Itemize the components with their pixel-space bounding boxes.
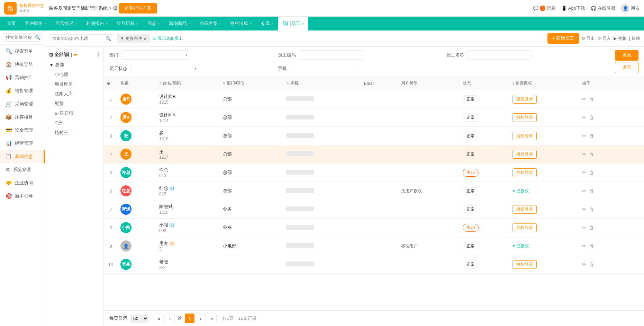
edit-btn[interactable]: ✏ [582, 188, 586, 194]
nav-tab-商品[interactable]: 商品× [143, 17, 164, 30]
sidebar-item-经营管理[interactable]: 📊经营管理 [0, 137, 45, 150]
sidebar-item-快捷导航[interactable]: 🏠快捷导航 [0, 58, 45, 71]
edit-btn[interactable]: ✏ [582, 170, 586, 175]
auth-login-btn[interactable]: 授权登录 [513, 113, 537, 122]
tab-close-icon[interactable]: × [75, 21, 77, 26]
edit-btn[interactable]: ✏ [582, 243, 586, 249]
dept-node-配货[interactable]: 配货 [45, 99, 103, 108]
dept-node-小电部[interactable]: 小电部 [45, 70, 103, 79]
dept-edit-icon[interactable]: ✏ [74, 52, 78, 58]
auth-login-btn[interactable]: 授权登录 [513, 260, 537, 269]
dept-node-植树王二[interactable]: 植树王二 [45, 128, 103, 138]
last-page-btn[interactable]: » [207, 314, 217, 323]
search-input[interactable] [52, 36, 104, 41]
nav-tab-利润报告[interactable]: 利润报告× [82, 17, 112, 30]
sort-icon-dept[interactable]: ⇅ [223, 81, 226, 85]
more-filter-btn[interactable]: ▼ 更多条件 ∧ [117, 34, 150, 43]
delete-btn[interactable]: 🗑 [589, 188, 594, 194]
edit-btn[interactable]: ✏ [582, 262, 586, 267]
sidebar-item-基础信息[interactable]: 📋基础信息 [0, 150, 45, 163]
emp-status-select[interactable] [130, 64, 199, 73]
edit-btn[interactable]: ✏ [582, 133, 586, 139]
sidebar-item-新手引导[interactable]: 🎯新手引导 [0, 190, 45, 203]
tab-close-icon[interactable]: × [136, 21, 138, 26]
auth-login-btn[interactable]: 授权登录 [513, 95, 537, 104]
gear-button[interactable]: ⚙ [113, 5, 118, 11]
auth-login-btn[interactable]: 授权登录 [513, 150, 537, 159]
sidebar-item-系统管理[interactable]: ⚙系统管理 [0, 163, 45, 176]
delete-btn[interactable]: 🗑 [589, 115, 594, 120]
query-button[interactable]: 查询 [615, 50, 638, 61]
dept-node-总部[interactable]: 总部 [45, 118, 103, 128]
sidebar-item-销售管理[interactable]: 💰销售管理 [0, 84, 45, 97]
tab-close-icon[interactable]: × [302, 21, 304, 26]
sort-icon-name[interactable]: ⇅ [159, 81, 162, 85]
tab-close-icon[interactable]: × [158, 21, 160, 26]
dept-select[interactable] [121, 50, 190, 60]
user-btn[interactable]: 👤 用友 [621, 4, 640, 12]
online-service-btn[interactable]: 🎧 在线客服 [591, 5, 616, 11]
set-button[interactable]: 设置 [615, 62, 638, 73]
export-button[interactable]: ↻ 导出 [582, 36, 595, 42]
message-btn[interactable]: 💬 5 消息 [533, 5, 556, 11]
dept-node-总部[interactable]: ▼ 总部 [45, 60, 103, 70]
current-page-btn[interactable]: 1 [185, 314, 194, 323]
delete-btn[interactable]: 🗑 [589, 96, 594, 102]
help-button[interactable]: | 帮助 [629, 36, 640, 42]
nav-tab-客户联络[interactable]: 客户联络× [21, 17, 51, 30]
nav-tab-首页[interactable]: 首页 [3, 17, 20, 30]
first-page-btn[interactable]: « [154, 314, 164, 323]
trial-button[interactable]: 体验行业方案 [119, 3, 157, 14]
dept-node-沈阳大库[interactable]: 沈阳大库 [45, 89, 103, 99]
sidebar-item-资金管理[interactable]: 💳资金管理 [0, 124, 45, 137]
edit-btn[interactable]: ✏ [582, 225, 586, 230]
tab-close-icon[interactable]: × [188, 21, 190, 26]
sidebar-item-搜索菜单[interactable]: 🔍搜索菜单 [0, 45, 45, 58]
auth-login-btn[interactable]: 授权登录 [513, 223, 537, 232]
delete-btn[interactable]: 🗑 [589, 262, 594, 267]
nav-tab-新增商品[interactable]: 新增商品× [165, 17, 194, 30]
app-download-btn[interactable]: 📱 App下载 [561, 5, 585, 11]
emp-code-input[interactable] [299, 50, 363, 60]
delete-btn[interactable]: 🗑 [589, 243, 594, 249]
dept-node-双鹿想[interactable]: ▶ 双鹿想 [45, 108, 103, 118]
dept-node-项目库房[interactable]: 项目库房 [45, 79, 103, 89]
nav-tab-物料清单[interactable]: 物料清单× [226, 17, 256, 30]
import-button[interactable]: ↺ 导入 [598, 36, 611, 42]
auth-login-btn[interactable]: 授权登录 [513, 132, 537, 140]
tab-close-icon[interactable]: × [271, 21, 273, 26]
settings-icon[interactable]: ⚙ [107, 81, 110, 86]
sidebar-item-库存核算[interactable]: 📦库存核算 [0, 111, 45, 124]
sort-icon-phone[interactable]: ⇅ [286, 81, 289, 85]
emp-name-input[interactable] [467, 50, 532, 60]
collapse-btn[interactable]: 《 [95, 52, 99, 58]
tab-close-icon[interactable]: × [250, 21, 252, 26]
sidebar-item-企业协同[interactable]: 🤝企业协同 [0, 176, 45, 190]
edit-btn[interactable]: ✏ [582, 115, 586, 120]
nav-tab-经营情况[interactable]: 经营情况× [51, 17, 81, 30]
auth-login-btn[interactable]: 授权登录 [513, 205, 537, 214]
auth-login-btn[interactable]: 授权登录 [513, 168, 537, 177]
video-button[interactable]: ▶ 视频 [614, 36, 626, 42]
nav-tab-经营历程[interactable]: 经营历程× [112, 17, 142, 30]
delete-btn[interactable]: 🗑 [589, 170, 594, 175]
per-page-select[interactable]: 50 100 200 [130, 315, 148, 323]
edit-btn[interactable]: ✏ [582, 151, 586, 157]
delete-btn[interactable]: 🗑 [589, 151, 594, 157]
edit-btn[interactable]: ✏ [582, 96, 586, 102]
nav-tab-条码方案[interactable]: 条码方案× [196, 17, 225, 30]
delete-btn[interactable]: 🗑 [589, 206, 594, 212]
delete-btn[interactable]: 🗑 [589, 133, 594, 139]
nav-tab-仓库[interactable]: 仓库× [257, 17, 278, 30]
system-title-dropdown-icon[interactable]: ▾ [109, 6, 111, 11]
prev-page-btn[interactable]: ‹ [165, 314, 175, 323]
add-employee-button[interactable]: + 新增员工 [547, 33, 579, 44]
edit-btn[interactable]: ✏ [582, 206, 586, 212]
next-page-btn[interactable]: › [196, 314, 206, 323]
sidebar-item-营销推广[interactable]: 📢营销推广 [0, 71, 45, 84]
tab-close-icon[interactable]: × [44, 21, 46, 26]
delete-btn[interactable]: 🗑 [589, 225, 594, 230]
phone-input[interactable] [290, 64, 354, 73]
sidebar-item-采购管理[interactable]: 🛒采购管理 [0, 97, 45, 111]
tab-close-icon[interactable]: × [219, 21, 221, 26]
